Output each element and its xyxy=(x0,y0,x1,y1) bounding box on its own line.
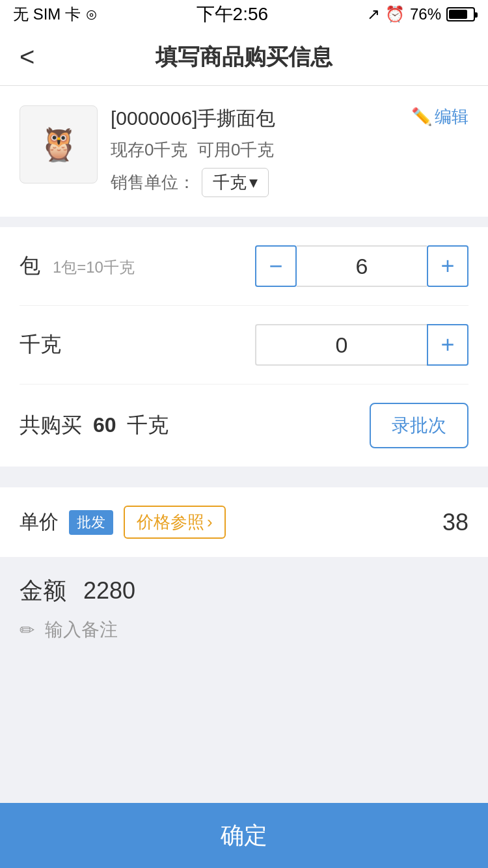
price-tag: 批发 xyxy=(69,510,113,535)
quantity-section: 包 1包=10千克 − + 千克 + xyxy=(0,227,488,385)
total-value: 60 xyxy=(93,413,116,437)
status-time: 下午2:56 xyxy=(197,2,269,27)
edit-icon: ✏️ xyxy=(411,107,432,127)
edit-button[interactable]: ✏️ 编辑 xyxy=(411,105,468,128)
bag-quantity-row: 包 1包=10千克 − + xyxy=(20,227,468,306)
kg-plus-button[interactable]: + xyxy=(427,324,468,366)
chevron-down-icon: ▾ xyxy=(249,172,258,193)
kg-label: 千克 xyxy=(20,331,255,359)
unit-select[interactable]: 千克 ▾ xyxy=(202,168,269,197)
separator-2 xyxy=(0,467,488,477)
price-reference-button[interactable]: 价格参照 › xyxy=(124,506,226,539)
separator-1 xyxy=(0,217,488,227)
product-thumb-icon: 🦉 xyxy=(38,126,79,163)
confirm-button[interactable]: 确定 xyxy=(0,803,488,868)
battery-icon xyxy=(446,7,475,21)
bag-hint: 1包=10千克 xyxy=(53,258,135,276)
bag-quantity-input[interactable] xyxy=(297,245,427,287)
bag-plus-button[interactable]: + xyxy=(427,245,468,287)
remark-row[interactable]: ✏ 输入备注 xyxy=(20,617,468,655)
pencil-icon: ✏ xyxy=(20,619,34,641)
bag-label: 包 1包=10千克 xyxy=(20,252,255,280)
price-row: 单价 批发 价格参照 › 38 xyxy=(20,506,468,539)
batch-button[interactable]: 录批次 xyxy=(370,403,468,448)
product-actions: ✏️ 编辑 xyxy=(411,105,468,128)
amount-value: 2280 xyxy=(83,577,135,604)
product-stock: 现存0千克 可用0千克 xyxy=(111,139,398,161)
product-name: [0000006]手撕面包 xyxy=(111,105,398,132)
price-ref-arrow: › xyxy=(207,512,213,532)
amount-row: 金额 2280 xyxy=(20,575,468,607)
battery-percent: 76% xyxy=(410,5,441,23)
product-card: 🦉 [0000006]手撕面包 现存0千克 可用0千克 销售单位： 千克 ▾ ✏… xyxy=(0,86,488,217)
sim-status: 无 SIM 卡 ⊙ xyxy=(13,4,98,25)
alarm-icon: ⏰ xyxy=(385,5,405,23)
status-right: ↗ ⏰ 76% xyxy=(367,5,475,23)
price-value: 38 xyxy=(442,509,468,536)
product-info: [0000006]手撕面包 现存0千克 可用0千克 销售单位： 千克 ▾ xyxy=(111,105,398,197)
product-unit-row: 销售单位： 千克 ▾ xyxy=(111,168,398,197)
status-bar: 无 SIM 卡 ⊙ 下午2:56 ↗ ⏰ 76% xyxy=(0,0,488,29)
total-text: 共购买 60 千克 xyxy=(20,411,370,440)
nav-bar: < 填写商品购买信息 xyxy=(0,29,488,86)
status-left: 无 SIM 卡 ⊙ xyxy=(13,4,98,25)
kg-quantity-input[interactable] xyxy=(255,324,427,366)
back-button[interactable]: < xyxy=(13,36,41,78)
signal-icon: ↗ xyxy=(367,5,380,23)
price-label: 单价 xyxy=(20,509,59,536)
kg-quantity-row: 千克 + xyxy=(20,306,468,385)
bag-qty-control: − + xyxy=(255,245,468,287)
amount-section: 金额 2280 ✏ 输入备注 xyxy=(0,557,488,655)
product-thumbnail: 🦉 xyxy=(20,105,98,183)
page-title: 填写商品购买信息 xyxy=(156,42,332,72)
remark-placeholder: 输入备注 xyxy=(45,617,118,642)
bag-minus-button[interactable]: − xyxy=(255,245,297,287)
unit-label: 销售单位： xyxy=(111,171,195,194)
price-section: 单价 批发 价格参照 › 38 xyxy=(0,487,488,557)
kg-qty-control: + xyxy=(255,324,468,366)
total-row: 共购买 60 千克 录批次 xyxy=(0,385,488,467)
